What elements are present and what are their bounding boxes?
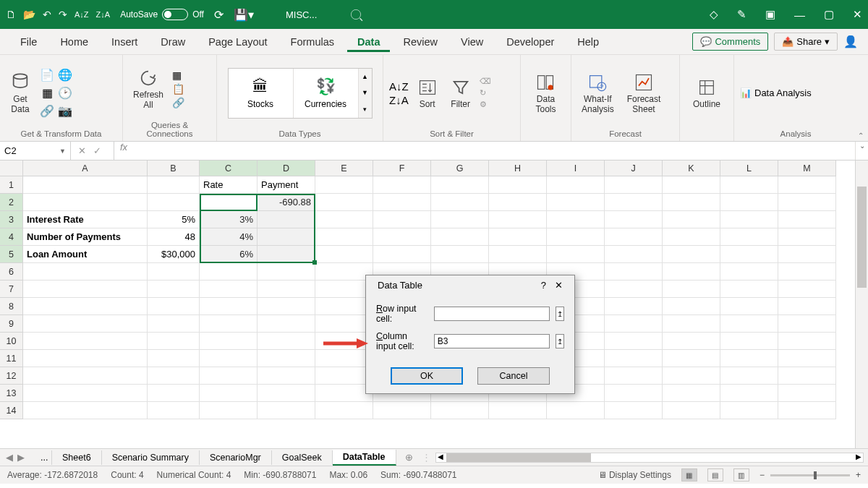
- chevron-down-icon[interactable]: ▼: [59, 147, 66, 155]
- cell[interactable]: [258, 315, 315, 333]
- cell[interactable]: [547, 402, 605, 419]
- sort-asc-icon[interactable]: A↓Z: [75, 10, 89, 19]
- cell[interactable]: [778, 228, 836, 246]
- cell[interactable]: [200, 263, 258, 281]
- cell[interactable]: [200, 298, 258, 315]
- cell[interactable]: [547, 211, 605, 228]
- reapply-filter[interactable]: ↻: [480, 88, 491, 98]
- cell[interactable]: [315, 263, 373, 281]
- cell[interactable]: [778, 281, 836, 298]
- cell[interactable]: [258, 281, 315, 298]
- cell[interactable]: [258, 333, 315, 350]
- tab-data[interactable]: Data: [347, 32, 390, 52]
- advanced-filter[interactable]: ⚙: [480, 100, 491, 109]
- cell[interactable]: [663, 333, 720, 350]
- cell[interactable]: [148, 350, 200, 367]
- cell[interactable]: [373, 211, 431, 228]
- cell[interactable]: [605, 385, 663, 402]
- cell[interactable]: [778, 367, 836, 385]
- cell[interactable]: [148, 333, 200, 350]
- cell[interactable]: [315, 367, 373, 385]
- cell[interactable]: [315, 385, 373, 402]
- cell[interactable]: [258, 298, 315, 315]
- cell[interactable]: [148, 367, 200, 385]
- sheet-tab[interactable]: Scenario Summary: [102, 450, 200, 465]
- cell[interactable]: [200, 281, 258, 298]
- open-icon[interactable]: 📂: [23, 9, 35, 20]
- cell[interactable]: [431, 228, 489, 246]
- cell[interactable]: [663, 281, 720, 298]
- currencies-item[interactable]: 💱 Currencies: [294, 69, 359, 118]
- cell[interactable]: [373, 402, 431, 419]
- cell[interactable]: [720, 176, 778, 194]
- cell[interactable]: [605, 246, 663, 263]
- cell[interactable]: [315, 246, 373, 263]
- account-icon[interactable]: 👤: [843, 35, 858, 48]
- cell[interactable]: [778, 176, 836, 194]
- first-sheet-icon[interactable]: ◀: [6, 452, 13, 463]
- cell[interactable]: [200, 315, 258, 333]
- cell[interactable]: [489, 246, 547, 263]
- cell[interactable]: [663, 315, 720, 333]
- forecast-sheet-button[interactable]: Forecast Sheet: [623, 70, 665, 116]
- filter-button[interactable]: Filter: [446, 75, 475, 111]
- cell[interactable]: [148, 281, 200, 298]
- vertical-scrollbar[interactable]: [855, 176, 868, 448]
- col-header[interactable]: I: [547, 160, 605, 176]
- scrollbar-thumb[interactable]: [446, 453, 591, 462]
- row-header[interactable]: 11: [0, 350, 23, 367]
- sort-button[interactable]: Sort: [413, 75, 442, 111]
- cell[interactable]: [720, 211, 778, 228]
- cell[interactable]: [489, 176, 547, 194]
- col-header[interactable]: D: [258, 160, 315, 176]
- clear-filter[interactable]: ⌫: [480, 77, 491, 86]
- col-input-field[interactable]: [434, 334, 550, 348]
- cell[interactable]: 48: [148, 228, 200, 246]
- data-types-gallery[interactable]: 🏛 Stocks 💱 Currencies ▲▼▾: [228, 68, 373, 119]
- cell[interactable]: [148, 315, 200, 333]
- cell[interactable]: [258, 246, 315, 263]
- cell[interactable]: [258, 263, 315, 281]
- col-header[interactable]: E: [315, 160, 373, 176]
- whatif-button[interactable]: ? What-If Analysis: [577, 70, 618, 116]
- cell[interactable]: [663, 367, 720, 385]
- cell[interactable]: [23, 281, 148, 298]
- cell[interactable]: [778, 315, 836, 333]
- cell[interactable]: [720, 402, 778, 419]
- sort-desc-icon[interactable]: Z↓A: [96, 10, 111, 19]
- cell[interactable]: [547, 194, 605, 211]
- cell[interactable]: [663, 350, 720, 367]
- zoom-slider[interactable]: − +: [760, 470, 861, 480]
- cell[interactable]: [778, 298, 836, 315]
- cell[interactable]: 3%: [200, 211, 258, 228]
- select-all-corner[interactable]: [0, 160, 23, 176]
- cell[interactable]: [315, 194, 373, 211]
- cell[interactable]: [720, 194, 778, 211]
- enter-formula-icon[interactable]: ✓: [93, 145, 101, 156]
- data-tools-button[interactable]: Data Tools: [531, 70, 560, 116]
- cell[interactable]: [778, 333, 836, 350]
- comments-button[interactable]: 💬 Comments: [692, 33, 768, 51]
- cell[interactable]: [258, 211, 315, 228]
- row-header[interactable]: 1: [0, 176, 23, 194]
- from-web-icon[interactable]: 🌐: [57, 67, 73, 83]
- properties-icon[interactable]: 📋: [172, 83, 184, 95]
- cell[interactable]: [720, 367, 778, 385]
- sheet-tab[interactable]: Sheet6: [52, 450, 102, 465]
- tab-file[interactable]: File: [10, 32, 47, 52]
- col-header[interactable]: K: [663, 160, 720, 176]
- sort-az-icon[interactable]: A↓Z: [389, 80, 409, 93]
- horizontal-scrollbar[interactable]: ◀ ▶: [435, 453, 864, 463]
- cell[interactable]: Rate: [200, 176, 258, 194]
- cell[interactable]: [431, 246, 489, 263]
- tab-view[interactable]: View: [451, 32, 493, 52]
- col-header[interactable]: B: [148, 160, 200, 176]
- cell[interactable]: [431, 402, 489, 419]
- cell[interactable]: [315, 298, 373, 315]
- row-header[interactable]: 6: [0, 263, 23, 281]
- queries-icon[interactable]: ▦: [172, 69, 184, 81]
- cell[interactable]: [23, 385, 148, 402]
- cell[interactable]: [605, 228, 663, 246]
- cell[interactable]: [720, 298, 778, 315]
- cell[interactable]: Payment: [258, 176, 315, 194]
